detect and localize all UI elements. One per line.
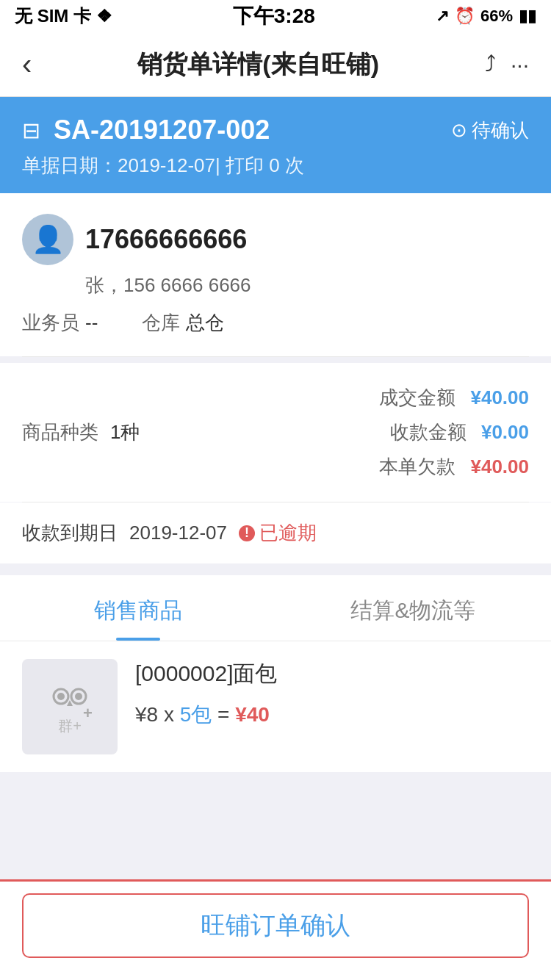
goods-type-info: 商品种类 1种	[22, 385, 379, 480]
bottom-bar: 旺铺订单确认	[0, 879, 551, 980]
battery-indicator: 66%	[480, 7, 513, 26]
print-info: | 打印 0 次	[215, 154, 304, 176]
transaction-amount-label: 成交金额	[379, 385, 455, 411]
svg-point-3	[75, 693, 82, 700]
section-gap-1	[0, 357, 551, 363]
svg-point-2	[57, 693, 65, 700]
product-item: + 群+ [0000002]面包 ¥8 x 5包 = ¥40	[0, 641, 551, 772]
total-price: ¥40	[235, 703, 270, 726]
summary-card: 商品种类 1种 成交金额 ¥40.00 收款金额 ¥0.00 本单欠款 ¥40.…	[0, 363, 551, 502]
svg-text:+: +	[83, 704, 93, 722]
due-date-value: 2019-12-07	[129, 522, 227, 544]
customer-name: 张，156 6666 6666	[85, 273, 529, 298]
sales-value: --	[85, 311, 98, 334]
price-formula: ¥8 x	[135, 703, 180, 726]
amount-info: 成交金额 ¥40.00 收款金额 ¥0.00 本单欠款 ¥40.00	[379, 385, 529, 480]
tab-settlement-logistics[interactable]: 结算&物流等	[276, 575, 551, 641]
goods-type-label: 商品种类	[22, 419, 98, 445]
tab-sales-goods-label: 销售商品	[94, 598, 182, 622]
product-price: ¥8 x 5包 = ¥40	[135, 701, 529, 729]
location-icon: ↗	[436, 7, 449, 26]
customer-phone: 17666666666	[85, 224, 247, 255]
warehouse-label: 仓库	[142, 310, 180, 336]
goods-type-value: 1种	[110, 419, 140, 445]
sales-label: 业务员	[22, 310, 79, 336]
date-label: 单据日期：	[22, 154, 118, 176]
owed-amount-value: ¥40.00	[470, 455, 529, 478]
sim-wifi-indicator: 无 SIM 卡 ❖	[15, 4, 112, 28]
quantity: 5包	[180, 703, 212, 726]
due-date-section: 收款到期日 2019-12-07 ! 已逾期	[0, 502, 551, 563]
logo-text: 群+	[58, 716, 82, 736]
status-label: 待确认	[472, 118, 529, 143]
avatar-icon: 👤	[32, 224, 65, 255]
tab-settlement-logistics-label: 结算&物流等	[350, 598, 475, 622]
status-left: 无 SIM 卡 ❖	[15, 4, 112, 28]
tab-sales-goods[interactable]: 销售商品	[0, 575, 276, 641]
order-status: ⊙ 待确认	[451, 118, 529, 143]
overdue-text: 已逾期	[259, 520, 317, 546]
warehouse-value: 总仓	[186, 310, 224, 336]
battery-icon: ▮▮	[519, 7, 536, 26]
transaction-amount-value: ¥40.00	[470, 386, 529, 409]
received-amount-label: 收款金额	[390, 419, 467, 445]
received-amount-row: 收款金额 ¥0.00	[390, 419, 529, 445]
confirm-order-button[interactable]: 旺铺订单确认	[22, 893, 529, 958]
share-icon[interactable]: ⤴	[485, 52, 496, 77]
order-header: ⊟ SA-20191207-002 ⊙ 待确认 单据日期：2019-12-07|…	[0, 97, 551, 193]
equals: =	[212, 703, 235, 726]
due-date-label: 收款到期日	[22, 520, 118, 546]
overdue-badge: ! 已逾期	[239, 520, 317, 546]
transaction-amount-row: 成交金额 ¥40.00	[379, 385, 529, 411]
product-name: [0000002]面包	[135, 659, 529, 689]
product-logo: + 群+	[40, 678, 99, 736]
order-icon: ⊟	[22, 118, 40, 143]
product-logo-svg: +	[40, 678, 99, 722]
sales-meta: 业务员 --	[22, 310, 98, 336]
page-title: 销货单详情(来自旺铺)	[137, 48, 379, 82]
alarm-icon: ⏰	[455, 7, 475, 26]
order-date-row: 单据日期：2019-12-07| 打印 0 次	[22, 153, 529, 179]
section-gap-2	[0, 563, 551, 575]
owed-amount-row: 本单欠款 ¥40.00	[379, 454, 529, 480]
nav-actions: ⤴ ···	[485, 52, 529, 77]
received-amount-value: ¥0.00	[481, 421, 529, 444]
status-clock-icon: ⊙	[451, 119, 467, 142]
status-bar: 无 SIM 卡 ❖ 下午3:28 ↗ ⏰ 66% ▮▮	[0, 0, 551, 32]
product-info: [0000002]面包 ¥8 x 5包 = ¥40	[135, 659, 529, 729]
warehouse-meta: 仓库 总仓	[142, 310, 224, 336]
back-button[interactable]: ‹	[22, 48, 32, 81]
overdue-icon: !	[239, 525, 255, 541]
customer-card: 👤 17666666666 张，156 6666 6666 业务员 -- 仓库 …	[0, 193, 551, 356]
product-thumbnail: + 群+	[22, 659, 118, 754]
nav-bar: ‹ 销货单详情(来自旺铺) ⤴ ···	[0, 32, 551, 97]
customer-meta: 业务员 -- 仓库 总仓	[22, 310, 529, 336]
status-time: 下午3:28	[233, 2, 315, 30]
owed-amount-label: 本单欠款	[379, 454, 455, 480]
tab-bar: 销售商品 结算&物流等	[0, 575, 551, 641]
avatar: 👤	[22, 214, 73, 265]
status-right: ↗ ⏰ 66% ▮▮	[436, 7, 536, 26]
order-date: 2019-12-07	[118, 154, 215, 176]
order-id: SA-20191207-002	[54, 115, 270, 145]
more-icon[interactable]: ···	[511, 52, 529, 77]
